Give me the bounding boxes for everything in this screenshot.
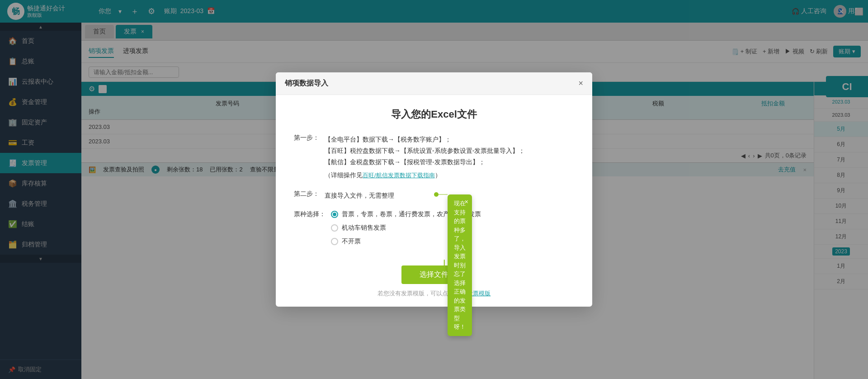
- step1-line-3: 【航信】金税盘数据下载→【报税管理-发票数据导出】；: [325, 156, 525, 168]
- radio-circle-3: [331, 238, 338, 245]
- step1-line-1: 【全电平台】数据下载→【税务数字账户】；: [325, 134, 525, 145]
- radio-label-3: 不开票: [342, 237, 361, 246]
- step1-content: 【全电平台】数据下载→【税务数字账户】； 【百旺】税控盘数据下载→【系统设置-系…: [325, 134, 525, 181]
- modal-header: 销项数据导入 ×: [276, 72, 592, 95]
- download-template-row: 若您没有发票模版，可以点击 下载发票模版: [377, 289, 491, 298]
- step2-content: 直接导入文件，无需整理: [325, 190, 394, 201]
- step-1: 第一步： 【全电平台】数据下载→【税务数字账户】； 【百旺】税控盘数据下载→【系…: [294, 134, 574, 181]
- tooltip-text: 现在支持的票种多了，导入发票时别忘了选择正确的发票类型呀！: [454, 200, 466, 330]
- step1-label: 第一步：: [294, 134, 319, 181]
- radio-circle-1: [331, 211, 338, 218]
- radio-label-2: 机动车销售发票: [342, 224, 386, 232]
- import-modal: 销项数据导入 × 导入您的Excel文件 第一步： 【全电平台】数据下载→【税务…: [276, 72, 592, 307]
- modal-title: 销项数据导入: [285, 79, 328, 88]
- download-guide-link[interactable]: 百旺/航信发票数据下载指南: [363, 172, 435, 179]
- modal-overlay: 销项数据导入 × 导入您的Excel文件 第一步： 【全电平台】数据下载→【税务…: [0, 0, 868, 379]
- modal-close-button[interactable]: ×: [578, 79, 583, 88]
- ticket-label: 票种选择：: [294, 210, 326, 218]
- step2-label: 第二步：: [294, 190, 319, 201]
- ticket-row: 票种选择： 普票，专票，卷票，通行费发票，农产品销售发票 机动车销售发票: [294, 210, 574, 246]
- step1-link-row: （详细操作见百旺/航信发票数据下载指南）: [325, 170, 525, 181]
- modal-body: 导入您的Excel文件 第一步： 【全电平台】数据下载→【税务数字账户】； 【百…: [276, 95, 592, 266]
- modal-main-title: 导入您的Excel文件: [294, 108, 574, 121]
- step1-line-2: 【百旺】税控盘数据下载→【系统设置-系统参数设置-发票批量导入】；: [325, 145, 525, 156]
- modal-footer: 选择文件 若您没有发票模版，可以点击 下载发票模版: [276, 265, 592, 307]
- tooltip-close-button[interactable]: ×: [465, 197, 468, 207]
- step1-row: 第一步： 【全电平台】数据下载→【税务数字账户】； 【百旺】税控盘数据下载→【系…: [294, 134, 574, 181]
- tooltip-line: [436, 194, 448, 195]
- radio-circle-2: [331, 224, 338, 232]
- tooltip-bubble: × 现在支持的票种多了，导入发票时别忘了选择正确的发票类型呀！: [448, 194, 472, 336]
- ticket-section: 票种选择： 普票，专票，卷票，通行费发票，农产品销售发票 机动车销售发票: [294, 210, 574, 246]
